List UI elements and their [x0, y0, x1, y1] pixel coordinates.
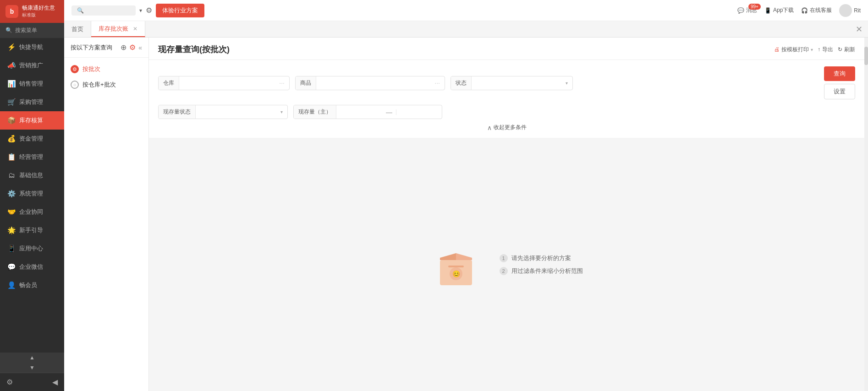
collapse-panel-icon[interactable]: «	[138, 44, 142, 51]
enterprise-icon: 🤝	[7, 208, 16, 216]
warehouse-input[interactable]: ···	[179, 76, 289, 89]
sidebar-item-sales[interactable]: 📊 销售管理	[0, 75, 64, 93]
sidebar-item-label: 销售管理	[19, 80, 43, 88]
filter-settings-button[interactable]: 设置	[824, 84, 855, 99]
collapse-sidebar-icon[interactable]: ◀	[52, 378, 58, 386]
stock-qty-separator: —	[382, 109, 396, 116]
sidebar-item-quick-nav[interactable]: ⚡ 快捷导航	[0, 38, 64, 56]
empty-text-container: 1 请先选择要分析的方案 2 用过滤条件来缩小分析范围	[500, 254, 583, 275]
topbar-gear-icon[interactable]: ⚙	[146, 6, 152, 15]
tab-home[interactable]: 首页	[64, 21, 91, 37]
scheme-inactive-icon: ○	[71, 81, 79, 89]
tabbar: 首页 库存批次账 ✕ ✕	[64, 21, 868, 38]
product-field: 商品 ···	[295, 76, 445, 90]
messages-btn[interactable]: 💬 消息 99+	[737, 6, 757, 14]
svg-marker-2	[456, 253, 472, 260]
collapse-more-btn[interactable]: ∧ 收起更多条件	[158, 124, 855, 131]
sidebar-item-wechat[interactable]: 💬 企业微信	[0, 258, 64, 276]
scheme-item-label: 按仓库+批次	[82, 81, 116, 89]
phone-icon: 📱	[764, 7, 771, 14]
sidebar-footer: ⚙ ◀	[0, 373, 64, 391]
stock-status-label: 现存量状态	[159, 105, 196, 119]
export-btn[interactable]: ↑ 导出	[818, 46, 833, 54]
sidebar-item-apps[interactable]: 📱 应用中心	[0, 239, 64, 258]
filter-area: 仓库 ··· 商品 ···	[149, 60, 864, 138]
scheme-item-batch[interactable]: ⚙ 按批次	[64, 61, 148, 77]
purchase-icon: 🛒	[7, 98, 16, 106]
online-service-btn[interactable]: 🎧 在线客服	[801, 6, 832, 14]
sidebar-item-system[interactable]: ⚙️ 系统管理	[0, 185, 64, 203]
scroll-track	[864, 38, 868, 391]
print-dropdown-icon[interactable]: ▾	[811, 47, 813, 52]
tab-close-icon[interactable]: ✕	[133, 26, 137, 32]
scheme-settings-icon[interactable]: ⚙	[129, 43, 136, 52]
app-title: 畅康通好生意	[22, 5, 55, 12]
scroll-thumb[interactable]	[864, 47, 868, 65]
user-avatar	[839, 4, 852, 17]
collapse-icon: ∧	[487, 124, 492, 131]
warehouse-dots[interactable]: ···	[279, 79, 285, 87]
page-header: 现存量查询(按批次) 🖨 按模板打印 ▾ ↑ 导出 ↻ 刷新	[149, 38, 864, 60]
app-download-btn[interactable]: 📱 App下载	[764, 6, 794, 14]
scroll-up-btn[interactable]: ▲	[0, 353, 64, 363]
page-title: 现存量查询(按批次)	[158, 44, 230, 55]
sidebar-item-purchase[interactable]: 🛒 采购管理	[0, 93, 64, 111]
sidebar-item-inventory[interactable]: 📦 库存核算	[0, 111, 64, 130]
wechat-icon: 💬	[7, 263, 16, 271]
sidebar-item-basic[interactable]: 🗂 基础信息	[0, 166, 64, 185]
tab-panel-close-icon[interactable]: ✕	[850, 24, 868, 34]
stock-status-input[interactable]: ▾	[196, 107, 287, 117]
tab-home-label: 首页	[71, 25, 83, 33]
sidebar-item-label: 营销推广	[19, 61, 43, 70]
right-scrollbar[interactable]	[864, 38, 868, 391]
status-field: 状态 ▾	[450, 76, 573, 90]
user-avatar-area[interactable]: Rit	[839, 4, 861, 17]
stock-qty-to[interactable]	[396, 109, 442, 115]
refresh-icon: ↻	[838, 46, 842, 53]
headset-icon: 🎧	[801, 7, 808, 14]
topbar-dropdown-arrow[interactable]: ▾	[139, 7, 142, 14]
marketing-icon: 📣	[7, 61, 16, 70]
step-2-text: 用过滤条件来缩小分析范围	[511, 267, 583, 275]
product-input[interactable]: ···	[316, 76, 445, 89]
sidebar-item-label: 畅会员	[19, 281, 37, 289]
empty-state: 😊 1 请先选择要分析的方案 2 用过滤条件来缩小分析范围	[149, 138, 864, 391]
sidebar-item-operation[interactable]: 📋 经营管理	[0, 148, 64, 166]
stock-status-dropdown-icon[interactable]: ▾	[280, 109, 283, 114]
print-icon: 🖨	[774, 46, 780, 53]
topbar-search[interactable]: 🔍	[71, 5, 136, 16]
status-input[interactable]: ▾	[472, 78, 572, 88]
sidebar-item-marketing[interactable]: 📣 营销推广	[0, 56, 64, 75]
empty-step-2: 2 用过滤条件来缩小分析范围	[500, 267, 583, 275]
content-area: 按以下方案查询 ⊕ ⚙ « ⚙ 按批次 ○ 按仓库+批次	[64, 38, 868, 391]
messages-badge: 99+	[748, 4, 761, 10]
stock-qty-from[interactable]	[336, 109, 382, 115]
online-service-label: 在线客服	[810, 6, 832, 14]
step-2-num: 2	[500, 267, 508, 275]
scheme-item-warehouse-batch[interactable]: ○ 按仓库+批次	[64, 77, 148, 92]
product-dots[interactable]: ···	[434, 79, 440, 87]
svg-marker-1	[440, 253, 456, 260]
experience-button[interactable]: 体验行业方案	[156, 4, 204, 17]
sidebar-item-guide[interactable]: 🌟 新手引导	[0, 221, 64, 239]
filter-row-2: 现存量状态 ▾ 现存量（主） —	[158, 105, 855, 119]
main-area: 🔍 ▾ ⚙ 体验行业方案 💬 消息 99+ 📱 App下载 🎧 在线客服	[64, 0, 868, 391]
empty-step-1: 1 请先选择要分析的方案	[500, 254, 583, 262]
settings-icon[interactable]: ⚙	[6, 378, 13, 386]
sidebar-item-enterprise[interactable]: 🤝 企业协同	[0, 203, 64, 221]
scroll-down-btn[interactable]: ▼	[0, 363, 64, 373]
empty-illustration: 😊	[431, 237, 486, 292]
query-button[interactable]: 查询	[824, 66, 855, 81]
tab-batch-account[interactable]: 库存批次账 ✕	[91, 21, 145, 37]
add-scheme-icon[interactable]: ⊕	[121, 43, 126, 52]
print-btn[interactable]: 🖨 按模板打印 ▾	[774, 46, 813, 54]
sidebar-item-member[interactable]: 👤 畅会员	[0, 276, 64, 294]
refresh-btn[interactable]: ↻ 刷新	[838, 46, 855, 54]
sidebar-search[interactable]: 🔍 搜索菜单	[0, 23, 64, 38]
filter-row-1: 仓库 ··· 商品 ···	[158, 66, 855, 99]
export-label: 导出	[822, 46, 833, 54]
print-label: 按模板打印	[781, 46, 809, 54]
filter-actions: 查询 设置	[824, 66, 855, 99]
sidebar-item-finance[interactable]: 💰 资金管理	[0, 130, 64, 148]
status-dropdown-icon[interactable]: ▾	[566, 81, 568, 86]
